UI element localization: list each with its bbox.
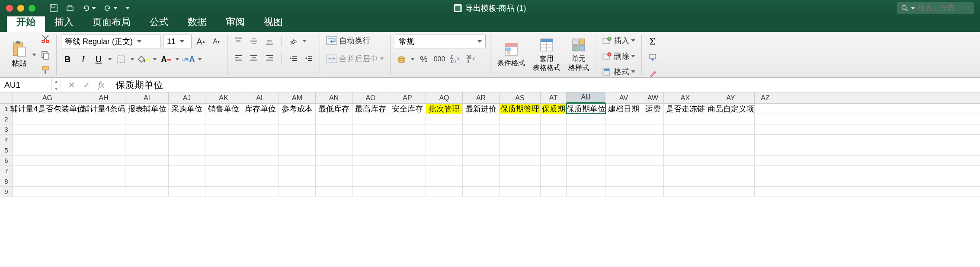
cell[interactable] — [82, 114, 125, 124]
cell[interactable] — [242, 124, 279, 134]
conditional-format-button[interactable]: 条件格式 — [495, 41, 528, 69]
cell[interactable]: 参考成本 — [279, 104, 316, 114]
cell[interactable] — [125, 145, 169, 155]
cell[interactable] — [605, 166, 642, 176]
cell[interactable] — [352, 156, 389, 165]
column-header-AZ[interactable]: AZ — [755, 92, 776, 103]
cell[interactable] — [169, 156, 205, 165]
cell[interactable] — [541, 176, 567, 186]
maximize-window-icon[interactable] — [29, 5, 35, 12]
redo-button[interactable] — [104, 4, 118, 12]
cell[interactable] — [707, 145, 755, 155]
cell[interactable] — [205, 114, 242, 124]
cell[interactable] — [316, 187, 352, 197]
cell[interactable] — [426, 124, 463, 134]
cell[interactable] — [755, 187, 776, 197]
cell[interactable]: 采购单位 — [169, 104, 205, 114]
row-header[interactable]: 8 — [0, 176, 13, 186]
cell[interactable] — [279, 135, 316, 145]
cell[interactable] — [125, 176, 169, 186]
align-left-icon[interactable] — [232, 52, 245, 65]
cell[interactable]: 最高库存 — [352, 104, 389, 114]
cell[interactable] — [13, 114, 82, 124]
cell[interactable] — [389, 176, 426, 186]
cell[interactable] — [755, 145, 776, 155]
format-painter-icon[interactable] — [39, 64, 52, 77]
cell[interactable] — [242, 114, 279, 124]
cell[interactable] — [205, 124, 242, 134]
cell[interactable] — [169, 176, 205, 186]
name-box[interactable]: AU1 — [0, 78, 52, 92]
spreadsheet-grid[interactable]: AGAHAIAJAKALAMANAOAPAQARASATAUAVAWAXAYAZ… — [0, 92, 980, 197]
column-header-AH[interactable]: AH — [82, 92, 125, 103]
column-header-AQ[interactable]: AQ — [426, 92, 463, 103]
column-header-AP[interactable]: AP — [389, 92, 426, 103]
paste-dropdown-icon[interactable] — [32, 54, 36, 56]
print-icon[interactable] — [66, 4, 74, 13]
cell[interactable] — [279, 145, 316, 155]
cell[interactable] — [316, 166, 352, 176]
cell[interactable] — [463, 176, 500, 186]
cell[interactable] — [242, 156, 279, 165]
cell[interactable] — [352, 166, 389, 176]
cell[interactable] — [664, 176, 707, 186]
cell[interactable] — [82, 187, 125, 197]
cell[interactable] — [755, 135, 776, 145]
font-color-dropdown-icon[interactable] — [175, 58, 179, 60]
cell[interactable] — [541, 124, 567, 134]
cell[interactable] — [125, 124, 169, 134]
cell[interactable] — [426, 135, 463, 145]
cell[interactable] — [82, 176, 125, 186]
cell[interactable] — [567, 145, 605, 155]
cell[interactable] — [707, 187, 755, 197]
cell[interactable] — [664, 124, 707, 134]
cell[interactable] — [541, 166, 567, 176]
cell[interactable] — [642, 145, 664, 155]
cell[interactable] — [125, 166, 169, 176]
undo-button[interactable] — [82, 4, 96, 12]
cell[interactable] — [605, 176, 642, 186]
insert-cells-button[interactable]: +插入 — [601, 35, 637, 47]
cell[interactable] — [605, 124, 642, 134]
format-cells-button[interactable]: 格式 — [601, 66, 637, 78]
cell[interactable] — [13, 135, 82, 145]
column-header-AT[interactable]: AT — [541, 92, 567, 103]
font-color-button[interactable]: A — [160, 53, 173, 66]
cell[interactable] — [707, 156, 755, 165]
column-header-AM[interactable]: AM — [279, 92, 316, 103]
cell[interactable] — [205, 145, 242, 155]
cell[interactable] — [13, 176, 82, 186]
cell[interactable] — [242, 187, 279, 197]
cell[interactable] — [389, 145, 426, 155]
cell[interactable] — [463, 124, 500, 134]
cell[interactable] — [352, 145, 389, 155]
cell[interactable] — [316, 145, 352, 155]
cell[interactable] — [755, 166, 776, 176]
cell[interactable] — [426, 176, 463, 186]
cell[interactable]: 辅计量4条码 — [82, 104, 125, 114]
copy-icon[interactable] — [39, 48, 52, 61]
align-top-icon[interactable] — [232, 35, 245, 48]
cell[interactable] — [500, 176, 541, 186]
cell[interactable] — [567, 114, 605, 124]
cell[interactable] — [169, 187, 205, 197]
cell[interactable] — [642, 187, 664, 197]
row-header[interactable]: 3 — [0, 124, 13, 134]
cell[interactable] — [500, 145, 541, 155]
cell[interactable] — [352, 187, 389, 197]
cell[interactable] — [755, 104, 776, 114]
cell[interactable]: 建档日期 — [605, 104, 642, 114]
cell[interactable] — [426, 114, 463, 124]
cell[interactable] — [279, 166, 316, 176]
name-box-up-icon[interactable]: ▲ — [52, 78, 61, 85]
cell[interactable] — [389, 124, 426, 134]
font-size-select[interactable]: 11 — [163, 35, 192, 48]
cell[interactable] — [426, 145, 463, 155]
cell[interactable] — [707, 124, 755, 134]
cell[interactable] — [500, 156, 541, 165]
save-icon[interactable] — [49, 4, 58, 13]
cell[interactable] — [242, 145, 279, 155]
cell[interactable] — [242, 135, 279, 145]
cell[interactable] — [605, 135, 642, 145]
cell[interactable]: 批次管理 — [426, 104, 463, 114]
